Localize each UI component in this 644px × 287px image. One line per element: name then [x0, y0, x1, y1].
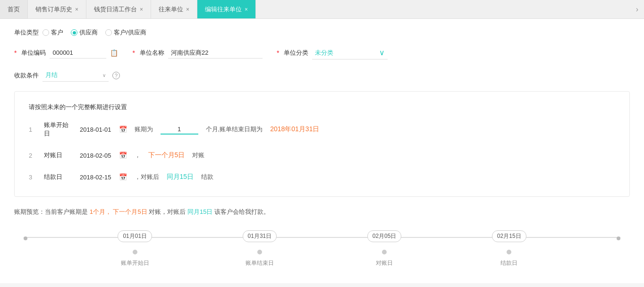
preview-label: 账期预览：当前客户账期是 — [14, 208, 88, 215]
timeline-point-3: 02月15日 结款日 — [492, 230, 526, 267]
unit-class-chevron-icon: ∨ — [379, 48, 385, 57]
close-tab-cash-work[interactable]: × — [140, 6, 143, 13]
period-row-3-num: 3 — [29, 174, 36, 181]
tab-cash-work[interactable]: 钱货日清工作台 × — [86, 0, 151, 18]
unit-class-group: * 单位分类 未分类 ∨ — [277, 46, 388, 59]
help-icon[interactable]: ? — [112, 72, 120, 79]
period-row-2-highlight: 下一个月5日 — [148, 151, 185, 160]
period-row-1-cal-icon[interactable]: 📅 — [119, 126, 127, 133]
unit-type-group: 单位类型 客户 供应商 客户/供应商 — [14, 28, 146, 37]
unit-class-select[interactable]: 未分类 ∨ — [312, 46, 388, 59]
unit-info-row: * 单位编码 📋 * 单位名称 * 单位分类 未分类 ∨ — [14, 46, 630, 59]
period-row-1: 1 账单开始日 2018-01-01 📅 账期为 个月,账单结束日期为 2018… — [29, 121, 615, 138]
radio-customer-supplier-circle — [105, 29, 112, 36]
period-month-input[interactable] — [161, 125, 198, 135]
unit-class-value: 未分类 — [315, 49, 377, 57]
timeline-dot-0 — [133, 250, 137, 254]
preview-part5: 该客户会给我打款。 — [214, 208, 270, 215]
unit-name-star: * — [132, 49, 135, 57]
unit-type-radio-group: 客户 供应商 客户/供应商 — [42, 28, 146, 37]
timeline-point-0: 01月01日 账单开始日 — [118, 230, 152, 267]
period-row-3-date: 2018-02-15 — [80, 174, 111, 181]
radio-customer-supplier[interactable]: 客户/供应商 — [105, 28, 146, 37]
unit-name-input[interactable] — [168, 47, 263, 59]
timeline-badge-3: 02月15日 — [492, 230, 526, 242]
close-tab-partner[interactable]: × — [186, 6, 189, 13]
period-title: 请按照未来的一个完整帐期进行设置 — [29, 103, 615, 111]
period-row-2-label: 对账日 — [44, 151, 72, 160]
timeline-start-dot — [24, 236, 27, 240]
timeline-sublabel-2: 对账日 — [376, 259, 393, 267]
preview-part4: 同月15日 — [187, 208, 212, 215]
tab-partner[interactable]: 往来单位 × — [151, 0, 197, 18]
timeline-badge-0: 01月01日 — [118, 230, 152, 242]
preview-section: 账期预览：当前客户账期是 1个月， 下一个月5日 对账，对账后 同月15日 该客… — [14, 206, 630, 217]
period-row-1-label: 账单开始日 — [44, 121, 72, 138]
timeline-badge-1: 01月31日 — [243, 230, 277, 242]
timeline-sublabel-3: 结款日 — [500, 259, 517, 267]
timeline-dot-2 — [382, 250, 387, 254]
unit-type-label: 单位类型 — [14, 28, 39, 37]
period-row-2-date: 2018-02-05 — [80, 152, 111, 159]
unit-code-copy-icon[interactable]: 📋 — [110, 49, 118, 57]
period-row-1-num: 1 — [29, 126, 36, 133]
timeline-end-dot — [617, 236, 620, 240]
timeline-sublabel-0: 账单开始日 — [121, 259, 149, 267]
period-row-1-desc: 个月,账单结束日期为 — [206, 125, 263, 134]
timeline: 01月01日 账单开始日 01月31日 账单结束日 02月05日 对账日 02月… — [14, 230, 630, 267]
period-row-3-label: 结款日 — [44, 173, 72, 181]
period-row-3: 3 结款日 2018-02-15 📅 ，对账后 同月15日 结款 — [29, 173, 615, 181]
period-row-2-suffix: 对账 — [192, 151, 204, 160]
period-row-2-comma: ， — [135, 151, 141, 160]
unit-name-group: * 单位名称 — [132, 47, 262, 59]
timeline-end-cap — [617, 230, 620, 267]
timeline-sublabel-1: 账单结束日 — [246, 259, 274, 267]
radio-supplier[interactable]: 供应商 — [71, 28, 98, 37]
unit-class-star: * — [277, 49, 279, 57]
radio-customer[interactable]: 客户 — [42, 28, 63, 37]
timeline-points: 01月01日 账单开始日 01月31日 账单结束日 02月05日 对账日 02月… — [24, 230, 620, 267]
unit-name-label: 单位名称 — [140, 49, 164, 57]
period-row-2-cal-icon[interactable]: 📅 — [119, 152, 127, 159]
timeline-point-1: 01月31日 账单结束日 — [243, 230, 277, 267]
timeline-start-cap — [24, 230, 27, 267]
tab-more-button[interactable]: › — [630, 0, 644, 18]
period-row-1-date: 2018-01-01 — [80, 126, 111, 133]
radio-supplier-circle — [71, 29, 77, 36]
payment-group: 收款条件 月结 ∨ ? — [14, 69, 120, 82]
tab-home[interactable]: 首页 — [0, 0, 28, 18]
period-row-1-highlight: 2018年01月31日 — [270, 125, 319, 134]
payment-select[interactable]: 月结 ∨ — [42, 69, 109, 82]
main-content: 单位类型 客户 供应商 客户/供应商 * 单位编码 — [0, 19, 644, 283]
tab-bar: 首页 销售订单历史 × 钱货日清工作台 × 往来单位 × 编辑往来单位 × › — [0, 0, 644, 19]
timeline-dot-1 — [257, 250, 262, 254]
unit-class-label: 单位分类 — [284, 49, 308, 57]
close-tab-edit-partner[interactable]: × — [245, 6, 248, 13]
period-row-2-num: 2 — [29, 152, 36, 159]
unit-code-input[interactable] — [50, 47, 106, 59]
period-row-3-highlight: 同月15日 — [167, 173, 194, 181]
payment-row: 收款条件 月结 ∨ ? — [14, 69, 630, 82]
preview-part1: 1个月， — [90, 208, 111, 215]
period-row-3-suffix: 结款 — [201, 173, 213, 181]
payment-label: 收款条件 — [14, 71, 39, 80]
close-tab-sales-order[interactable]: × — [75, 6, 78, 13]
unit-code-label: 单位编码 — [21, 49, 46, 57]
period-row-3-cal-icon[interactable]: 📅 — [119, 173, 127, 181]
preview-part3: 对账，对账后 — [149, 208, 186, 215]
unit-type-row: 单位类型 客户 供应商 客户/供应商 — [14, 28, 630, 37]
timeline-dot-3 — [507, 250, 511, 254]
tab-sales-order[interactable]: 销售订单历史 × — [28, 0, 86, 18]
timeline-point-2: 02月05日 对账日 — [367, 230, 402, 267]
period-row-1-suffix: 账期为 — [135, 125, 153, 134]
period-box: 请按照未来的一个完整帐期进行设置 1 账单开始日 2018-01-01 📅 账期… — [14, 91, 630, 197]
unit-code-group: * 单位编码 📋 — [14, 47, 118, 59]
payment-value: 月结 — [45, 71, 101, 79]
payment-chevron-icon: ∨ — [102, 73, 106, 78]
tab-edit-partner[interactable]: 编辑往来单位 × — [197, 0, 256, 18]
period-row-3-prefix: ，对账后 — [135, 173, 159, 181]
timeline-badge-2: 02月05日 — [367, 230, 402, 242]
unit-code-star: * — [14, 49, 17, 57]
radio-customer-circle — [42, 29, 49, 36]
period-row-2: 2 对账日 2018-02-05 📅 ， 下一个月5日 对账 — [29, 151, 615, 160]
